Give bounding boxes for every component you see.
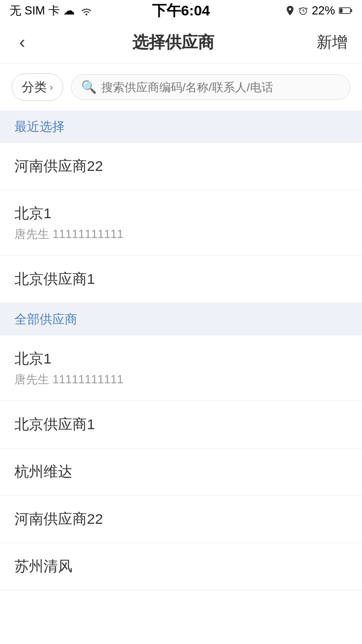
item-sub: 唐先生 11111111111: [14, 226, 348, 242]
recent-items-list: 河南供应商22 北京1 唐先生 11111111111 北京供应商1: [0, 143, 362, 303]
list-item[interactable]: 苏州清风: [0, 543, 362, 590]
location-icon: [286, 6, 294, 15]
battery-label: 22%: [312, 4, 335, 17]
recent-section-header: 最近选择: [0, 111, 362, 143]
item-name: 河南供应商22: [14, 509, 348, 529]
item-name: 苏州清风: [14, 557, 348, 576]
battery-icon: [339, 7, 352, 14]
status-left: 无 SIM 卡 ☁: [10, 3, 93, 18]
add-button[interactable]: 新增: [317, 32, 348, 53]
item-name: 河南供应商22: [14, 156, 348, 176]
category-button[interactable]: 分类 ›: [12, 73, 63, 101]
recent-section-label: 最近选择: [14, 119, 65, 134]
item-name: 北京1: [14, 349, 348, 369]
back-button[interactable]: ‹: [14, 28, 30, 57]
item-name: 北京供应商1: [14, 415, 348, 434]
status-bar: 无 SIM 卡 ☁ 下午6:04 22%: [0, 0, 362, 21]
status-right: 22%: [286, 4, 352, 17]
search-box[interactable]: 🔍: [71, 74, 350, 100]
item-name: 北京供应商1: [14, 269, 348, 289]
search-input[interactable]: [101, 81, 340, 94]
list-item[interactable]: 北京1 唐先生 11111111111: [0, 336, 362, 401]
filter-bar: 分类 › 🔍: [0, 64, 362, 111]
svg-rect-4: [351, 9, 352, 12]
list-item[interactable]: 河南供应商22: [0, 143, 362, 190]
nav-bar: ‹ 选择供应商 新增: [0, 21, 362, 64]
item-name: 北京1: [14, 204, 348, 224]
status-time: 下午6:04: [152, 1, 210, 21]
page-title: 选择供应商: [132, 31, 214, 54]
sim-label: 无 SIM 卡 ☁: [10, 3, 75, 18]
chevron-right-icon: ›: [50, 82, 53, 93]
alarm-icon: [298, 6, 308, 15]
item-name: 杭州维达: [14, 462, 348, 482]
all-section-header: 全部供应商: [0, 303, 362, 336]
list-item[interactable]: 北京供应商1: [0, 401, 362, 448]
category-label: 分类: [22, 79, 47, 96]
wifi-icon: [80, 6, 93, 15]
item-sub: 唐先生 11111111111: [14, 372, 348, 387]
svg-rect-5: [340, 9, 343, 13]
list-item[interactable]: 河南供应商22: [0, 496, 362, 543]
list-item[interactable]: 北京1 唐先生 11111111111: [0, 190, 362, 256]
all-items-list: 北京1 唐先生 11111111111 北京供应商1 杭州维达 河南供应商22 …: [0, 336, 362, 590]
search-icon: 🔍: [81, 80, 97, 95]
all-section-label: 全部供应商: [14, 312, 77, 326]
list-item[interactable]: 北京供应商1: [0, 256, 362, 303]
list-item[interactable]: 杭州维达: [0, 448, 362, 496]
